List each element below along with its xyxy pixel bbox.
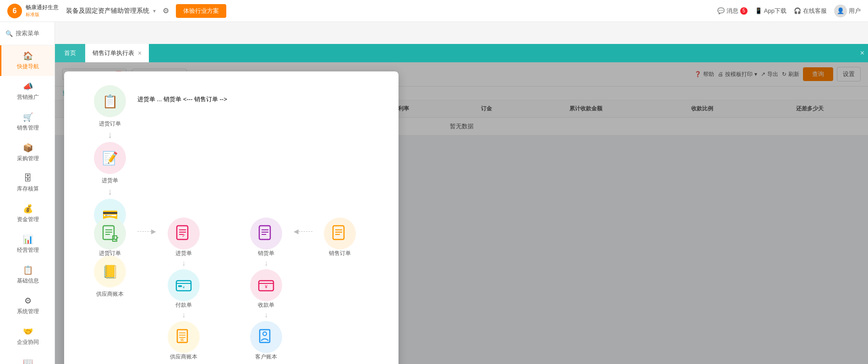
flow-purchase-bill[interactable]: ✓	[168, 217, 200, 250]
message-btn[interactable]: 💬 消息 5	[717, 7, 748, 15]
tab-bar: 首页 销售订单执行表 × ×	[55, 44, 868, 62]
tab-close-btn[interactable]: ×	[138, 49, 142, 57]
settings-btn[interactable]: ⚙	[159, 5, 172, 17]
finance-icon: 💰	[23, 204, 33, 214]
label-purchase-order: 进货订单	[99, 250, 121, 257]
flow-item-purchase-bill[interactable]: 📝 进货单	[82, 142, 137, 185]
svg-text:账: 账	[180, 338, 184, 342]
system-dropdown-btn[interactable]: ▾	[153, 8, 156, 14]
user-area[interactable]: 👤 用户	[834, 5, 861, 17]
svg-point-26	[263, 332, 267, 336]
system-title: 装备及固定资产辅助管理系统	[66, 7, 149, 15]
label-sales-bill: 销货单	[258, 250, 274, 257]
user-avatar: 👤	[834, 5, 847, 17]
svg-text:¥: ¥	[264, 284, 267, 289]
sidebar-search-btn[interactable]: 🔍 搜索菜单	[4, 27, 51, 39]
online-service-btn[interactable]: 🎧 在线客服	[794, 7, 827, 15]
arrow-down-2: ↓	[108, 186, 112, 197]
svg-text:¥: ¥	[182, 285, 185, 289]
tab-close-all-btn[interactable]: ×	[860, 49, 864, 57]
top-header: 6 畅康通好生意 标准版 装备及固定资产辅助管理系统 ▾ ⚙ 体验行业方案 💬 …	[0, 0, 868, 22]
purchase-bill-label: 进货单	[102, 177, 118, 185]
logo-icon: 6	[7, 4, 22, 18]
purchase-order-label: 进货订单	[99, 120, 121, 128]
label-purchase-bill: 进货单	[175, 250, 192, 257]
basic-icon: 📋	[23, 265, 33, 275]
app-download-btn[interactable]: 📱 App下载	[755, 7, 786, 15]
main-content: 首页 销售订单执行表 × × 📅 单据状态 ❓ 帮助	[55, 44, 868, 364]
sidebar: 🔍 搜索菜单 🏠 快捷导航 📣 营销推广 🛒 销售管理 📦 采购管理 🗄 库存核…	[0, 22, 55, 364]
sidebar-item-purchase[interactable]: 📦 采购管理	[0, 137, 55, 168]
arrow-down-pb: ↓	[182, 259, 186, 267]
arrow-down-pay: ↓	[182, 311, 186, 319]
sidebar-item-enterprise[interactable]: 🤝 企业协同	[0, 321, 55, 352]
svg-text:✓: ✓	[182, 233, 186, 238]
operations-icon: 📊	[23, 234, 33, 244]
flow-purchase-order[interactable]	[94, 217, 126, 250]
label-payment: 付款单	[175, 301, 192, 309]
tab-home[interactable]: 首页	[55, 44, 85, 62]
message-icon: 💬	[717, 7, 725, 14]
marketing-icon: 📣	[23, 81, 33, 92]
label-receipt: 收款单	[258, 301, 274, 309]
quick-nav-icon: 🏠	[23, 51, 33, 61]
supplier-ledger-circle[interactable]: 📒	[94, 255, 126, 288]
sidebar-item-operations[interactable]: 📊 经营管理	[0, 229, 55, 260]
enterprise-icon: 🤝	[23, 326, 33, 337]
logo-text: 畅康通好生意 标准版	[26, 4, 59, 17]
content-area: 📅 单据状态 ❓ 帮助 🖨 按模板打印 ▾ ↗ 导出	[55, 62, 868, 364]
experience-btn[interactable]: 体验行业方案	[176, 4, 226, 18]
sidebar-search: 🔍 搜索菜单	[0, 22, 55, 45]
sidebar-item-basic[interactable]: 📋 基础信息	[0, 260, 55, 290]
message-badge: 5	[740, 7, 748, 15]
sidebar-item-guide[interactable]: 📖 新手引导	[0, 352, 55, 364]
supplier-ledger-label: 供应商账本	[96, 290, 124, 298]
inventory-icon: 🗄	[24, 174, 32, 183]
arrow-down-rec: ↓	[264, 311, 268, 319]
label-customer: 客户账本	[255, 353, 277, 361]
header-right: 💬 消息 5 📱 App下载 🎧 在线客服 👤 用户	[717, 5, 861, 17]
purchase-order-circle[interactable]: 📋	[94, 85, 126, 117]
flow-sales-order[interactable]	[324, 217, 356, 250]
sidebar-item-finance[interactable]: 💰 资金管理	[0, 198, 55, 229]
sidebar-item-system[interactable]: ⚙ 系统管理	[0, 290, 55, 321]
system-title-area: 装备及固定资产辅助管理系统 ▾ ⚙	[66, 5, 172, 17]
arrow-right-1: ▶	[137, 217, 156, 235]
service-icon: 🎧	[794, 7, 801, 14]
tab-sales-order-exec[interactable]: 销售订单执行表 ×	[85, 44, 149, 62]
arrow-down-sb: ↓	[264, 259, 268, 267]
system-icon: ⚙	[24, 296, 32, 306]
sidebar-item-sales[interactable]: 🛒 销售管理	[0, 107, 55, 137]
logo-area: 6 畅康通好生意 标准版	[7, 4, 62, 18]
flow-item-purchase-order[interactable]: 📋 进货订单	[82, 85, 137, 128]
flow-sales-bill[interactable]	[250, 217, 282, 250]
flow-supplier[interactable]: 账	[168, 321, 200, 353]
app-icon: 📱	[755, 7, 762, 14]
arrow-down-1: ↓	[108, 130, 112, 140]
sidebar-item-marketing[interactable]: 📣 营销推广	[0, 76, 55, 107]
quick-nav-modal: 📋 进货订单 ↓ 📝 进货单	[64, 71, 399, 364]
search-icon: 🔍	[5, 30, 13, 37]
label-sales-order: 销售订单	[329, 250, 351, 257]
flow-customer[interactable]	[250, 321, 282, 353]
flow-payment[interactable]: ¥	[168, 269, 200, 301]
svg-rect-11	[178, 285, 182, 287]
guide-icon: 📖	[23, 357, 33, 364]
sidebar-item-inventory[interactable]: 🗄 库存核算	[0, 168, 55, 198]
purchase-icon: 📦	[23, 143, 33, 153]
arrow-left-1: ◀	[294, 217, 312, 235]
modal-overlay: 📋 进货订单 ↓ 📝 进货单	[55, 62, 868, 364]
flow-receipt[interactable]: ¥	[250, 269, 282, 301]
purchase-bill-circle[interactable]: 📝	[94, 142, 126, 174]
sidebar-item-quick-nav[interactable]: 🏠 快捷导航	[0, 45, 55, 76]
sales-icon: 🛒	[23, 112, 33, 122]
flow-item-supplier-ledger[interactable]: 📒 供应商账本	[82, 255, 137, 298]
label-supplier: 供应商账本	[170, 353, 197, 361]
